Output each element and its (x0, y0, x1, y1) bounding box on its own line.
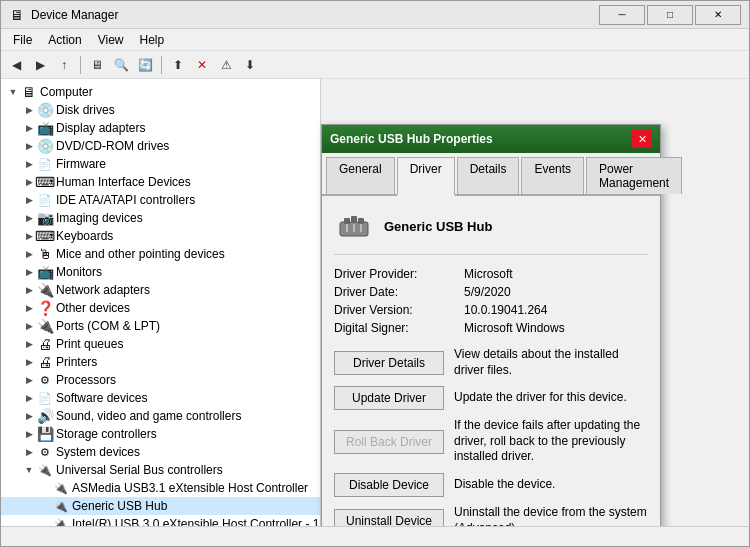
toolbar-search[interactable]: 🔍 (110, 54, 132, 76)
minimize-button[interactable]: ─ (599, 5, 645, 25)
toolbar-back[interactable]: ◀ (5, 54, 27, 76)
uninstall-device-button[interactable]: Uninstall Device (334, 509, 444, 526)
title-bar: 🖥 Device Manager ─ □ ✕ (1, 1, 749, 29)
toggle-usb[interactable]: ▼ (21, 462, 37, 478)
toggle-monitors[interactable]: ▶ (21, 264, 37, 280)
toolbar-scan[interactable]: ⚠ (215, 54, 237, 76)
tab-general[interactable]: General (326, 157, 395, 194)
menu-file[interactable]: File (5, 31, 40, 49)
tree-item-processors[interactable]: ▶ ⚙ Processors (1, 371, 320, 389)
tree-item-hid[interactable]: ▶ ⌨ Human Interface Devices (1, 173, 320, 191)
label-software: Software devices (56, 391, 147, 405)
tree-item-other[interactable]: ▶ ❓ Other devices (1, 299, 320, 317)
toggle-computer[interactable]: ▼ (5, 84, 21, 100)
label-ide: IDE ATA/ATAPI controllers (56, 193, 195, 207)
dialog-body: Generic USB Hub Driver Provider: Microso… (322, 196, 660, 526)
version-value: 10.0.19041.264 (464, 303, 648, 317)
icon-software: 📄 (37, 390, 53, 406)
title-bar-buttons: ─ □ ✕ (599, 5, 741, 25)
toggle-sound[interactable]: ▶ (21, 408, 37, 424)
icon-monitors: 📺 (37, 264, 53, 280)
tree-item-system[interactable]: ▶ ⚙ System devices (1, 443, 320, 461)
tab-driver[interactable]: Driver (397, 157, 455, 196)
driver-details-row: Driver Details View details about the in… (334, 347, 648, 378)
toolbar-properties[interactable]: ⬆ (167, 54, 189, 76)
icon-dvd: 💿 (37, 138, 53, 154)
dialog-title: Generic USB Hub Properties (330, 132, 632, 146)
label-ports: Ports (COM & LPT) (56, 319, 160, 333)
tree-item-usb-2[interactable]: 🔌 Generic USB Hub (1, 497, 320, 515)
driver-details-button[interactable]: Driver Details (334, 351, 444, 375)
main-window: 🖥 Device Manager ─ □ ✕ File Action View … (0, 0, 750, 547)
tree-item-firmware[interactable]: ▶ 📄 Firmware (1, 155, 320, 173)
tree-item-ports[interactable]: ▶ 🔌 Ports (COM & LPT) (1, 317, 320, 335)
provider-value: Microsoft (464, 267, 648, 281)
tree-item-display[interactable]: ▶ 📺 Display adapters (1, 119, 320, 137)
icon-usb: 🔌 (37, 462, 53, 478)
tab-events[interactable]: Events (521, 157, 584, 194)
tab-power-mgmt[interactable]: Power Management (586, 157, 682, 194)
tree-item-computer[interactable]: ▼ 🖥 Computer (1, 83, 320, 101)
toggle-dvd[interactable]: ▶ (21, 138, 37, 154)
roll-back-button[interactable]: Roll Back Driver (334, 430, 444, 454)
toolbar-computer[interactable]: 🖥 (86, 54, 108, 76)
icon-usb-1: 🔌 (53, 480, 69, 496)
tree-item-usb-1[interactable]: 🔌 ASMedia USB3.1 eXtensible Host Control… (1, 479, 320, 497)
toolbar-up[interactable]: ↑ (53, 54, 75, 76)
tree-item-usb-3[interactable]: 🔌 Intel(R) USB 3.0 eXtensible Host Contr… (1, 515, 320, 526)
tree-item-dvd[interactable]: ▶ 💿 DVD/CD-ROM drives (1, 137, 320, 155)
tree-item-sound[interactable]: ▶ 🔊 Sound, video and game controllers (1, 407, 320, 425)
toggle-print-queues[interactable]: ▶ (21, 336, 37, 352)
toolbar-refresh[interactable]: 🔄 (134, 54, 156, 76)
icon-hid: ⌨ (37, 174, 53, 190)
tree-item-keyboards[interactable]: ▶ ⌨ Keyboards (1, 227, 320, 245)
close-button[interactable]: ✕ (695, 5, 741, 25)
toggle-display[interactable]: ▶ (21, 120, 37, 136)
tree-item-monitors[interactable]: ▶ 📺 Monitors (1, 263, 320, 281)
menu-action[interactable]: Action (40, 31, 89, 49)
tree-item-printers[interactable]: ▶ 🖨 Printers (1, 353, 320, 371)
maximize-button[interactable]: □ (647, 5, 693, 25)
toggle-software[interactable]: ▶ (21, 390, 37, 406)
menu-view[interactable]: View (90, 31, 132, 49)
toggle-storage[interactable]: ▶ (21, 426, 37, 442)
toggle-other[interactable]: ▶ (21, 300, 37, 316)
tree-item-storage[interactable]: ▶ 💾 Storage controllers (1, 425, 320, 443)
toolbar-download[interactable]: ⬇ (239, 54, 261, 76)
tree-item-mice[interactable]: ▶ 🖱 Mice and other pointing devices (1, 245, 320, 263)
tab-details[interactable]: Details (457, 157, 520, 194)
toolbar-sep-1 (80, 56, 81, 74)
update-driver-button[interactable]: Update Driver (334, 386, 444, 410)
dialog-close-button[interactable]: ✕ (632, 130, 652, 148)
label-hid: Human Interface Devices (56, 175, 191, 189)
tree-item-usb[interactable]: ▼ 🔌 Universal Serial Bus controllers (1, 461, 320, 479)
tree-item-print-queues[interactable]: ▶ 🖨 Print queues (1, 335, 320, 353)
roll-back-row: Roll Back Driver If the device fails aft… (334, 418, 648, 465)
toggle-processors[interactable]: ▶ (21, 372, 37, 388)
label-network: Network adapters (56, 283, 150, 297)
toggle-printers[interactable]: ▶ (21, 354, 37, 370)
toggle-ports[interactable]: ▶ (21, 318, 37, 334)
toggle-ide[interactable]: ▶ (21, 192, 37, 208)
tree-item-imaging[interactable]: ▶ 📷 Imaging devices (1, 209, 320, 227)
toggle-system[interactable]: ▶ (21, 444, 37, 460)
menu-bar: File Action View Help (1, 29, 749, 51)
tree-item-disk[interactable]: ▶ 💿 Disk drives (1, 101, 320, 119)
toolbar-forward[interactable]: ▶ (29, 54, 51, 76)
toggle-firmware[interactable]: ▶ (21, 156, 37, 172)
tree-item-software[interactable]: ▶ 📄 Software devices (1, 389, 320, 407)
toggle-imaging[interactable]: ▶ (21, 210, 37, 226)
icon-keyboards: ⌨ (37, 228, 53, 244)
tree-panel[interactable]: ▼ 🖥 Computer ▶ 💿 Disk drives ▶ 📺 Display… (1, 79, 321, 526)
toolbar-sep-2 (161, 56, 162, 74)
menu-help[interactable]: Help (132, 31, 173, 49)
label-processors: Processors (56, 373, 116, 387)
toggle-network[interactable]: ▶ (21, 282, 37, 298)
disable-device-button[interactable]: Disable Device (334, 473, 444, 497)
tree-item-network[interactable]: ▶ 🔌 Network adapters (1, 281, 320, 299)
update-driver-desc: Update the driver for this device. (454, 390, 627, 406)
toggle-mice[interactable]: ▶ (21, 246, 37, 262)
toggle-disk[interactable]: ▶ (21, 102, 37, 118)
tree-item-ide[interactable]: ▶ 📄 IDE ATA/ATAPI controllers (1, 191, 320, 209)
toolbar-remove[interactable]: ✕ (191, 54, 213, 76)
